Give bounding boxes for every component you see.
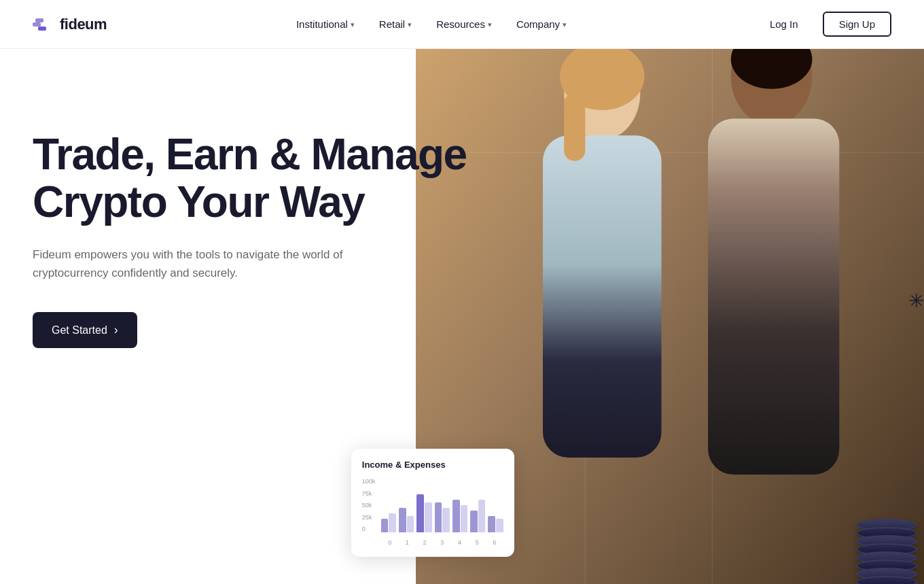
chevron-down-icon: ▾ — [408, 20, 412, 29]
svg-rect-2 — [38, 27, 46, 31]
svg-rect-1 — [35, 18, 43, 22]
svg-rect-14 — [708, 118, 839, 475]
chart-area: 100k 75k 50k 25k 0 — [362, 478, 503, 546]
nav-item-retail[interactable]: Retail ▾ — [370, 13, 421, 35]
chevron-down-icon: ▾ — [351, 20, 355, 29]
x-label-1: 1 — [406, 539, 409, 546]
y-label-0: 0 — [362, 526, 381, 532]
y-label-75k: 75k — [362, 490, 381, 497]
nav-label-resources: Resources — [436, 18, 485, 30]
x-label-0: 0 — [388, 539, 391, 546]
brand-name: fideum — [60, 16, 107, 33]
hero-section: Trade, Earn & Manage Crypto Your Way Fid… — [0, 49, 924, 584]
coin-8 — [856, 576, 917, 584]
chart-y-labels: 100k 75k 50k 25k 0 — [362, 478, 381, 532]
bar-group-4 — [452, 478, 467, 532]
chart-title: Income & Expenses — [362, 460, 503, 470]
hero-content: Trade, Earn & Manage Crypto Your Way Fid… — [0, 49, 508, 389]
nav-label-institutional: Institutional — [296, 18, 348, 30]
nav-links: Institutional ▾ Retail ▾ Resources ▾ Com… — [287, 13, 576, 35]
y-label-50k: 50k — [362, 502, 381, 509]
chart-bars — [381, 478, 503, 532]
bar-dark-2 — [416, 494, 424, 532]
star-decoration: ✳ — [908, 290, 924, 312]
svg-rect-12 — [564, 93, 585, 161]
arrow-right-icon: › — [114, 323, 118, 337]
chart-x-labels: 0 1 2 3 4 5 6 — [381, 539, 503, 546]
hero-title: Trade, Earn & Manage Crypto Your Way — [33, 131, 476, 226]
bar-light-1 — [407, 516, 414, 532]
nav-item-company[interactable]: Company ▾ — [507, 13, 576, 35]
coin-stack-decoration — [856, 519, 924, 584]
bar-light-2 — [425, 502, 432, 532]
bar-dark-4 — [452, 500, 460, 532]
get-started-label: Get Started — [52, 324, 107, 337]
bar-group-3 — [435, 478, 450, 532]
bar-group-2 — [416, 478, 431, 532]
bar-group-6 — [488, 478, 503, 532]
bar-group-0 — [381, 478, 396, 532]
x-label-2: 2 — [423, 539, 427, 546]
bar-light-6 — [496, 519, 503, 532]
nav-item-institutional[interactable]: Institutional ▾ — [287, 13, 364, 35]
bar-dark-3 — [435, 502, 442, 532]
nav-item-resources[interactable]: Resources ▾ — [427, 13, 501, 35]
bar-group-5 — [470, 478, 485, 532]
bar-light-5 — [478, 500, 486, 532]
navbar: fideum Institutional ▾ Retail ▾ Resource… — [0, 0, 924, 49]
income-expense-chart: Income & Expenses 100k 75k 50k 25k 0 — [351, 449, 514, 557]
bar-light-0 — [389, 513, 396, 532]
bar-dark-6 — [488, 516, 495, 532]
bar-group-1 — [399, 478, 414, 532]
x-label-3: 3 — [440, 539, 444, 546]
chevron-down-icon: ▾ — [488, 20, 492, 29]
y-label-100k: 100k — [362, 478, 381, 485]
svg-rect-0 — [33, 22, 41, 27]
logo-icon — [33, 17, 54, 32]
x-label-5: 5 — [476, 539, 479, 546]
signup-button[interactable]: Sign Up — [823, 12, 891, 37]
x-label-4: 4 — [458, 539, 461, 546]
hero-subtitle: Fideum empowers you with the tools to na… — [33, 245, 359, 282]
x-label-6: 6 — [493, 539, 496, 546]
bar-dark-5 — [470, 511, 478, 532]
chevron-down-icon: ▾ — [563, 20, 567, 29]
svg-rect-9 — [543, 135, 662, 458]
bar-dark-0 — [381, 519, 389, 532]
bar-light-3 — [442, 508, 450, 532]
nav-label-company: Company — [516, 18, 560, 30]
nav-actions: Log In Sign Up — [756, 12, 891, 37]
y-label-25k: 25k — [362, 514, 381, 521]
login-button[interactable]: Log In — [756, 13, 812, 35]
logo[interactable]: fideum — [33, 16, 107, 33]
get-started-button[interactable]: Get Started › — [33, 312, 137, 348]
bar-dark-1 — [399, 508, 406, 532]
bar-light-4 — [461, 505, 468, 532]
nav-label-retail: Retail — [379, 18, 405, 30]
